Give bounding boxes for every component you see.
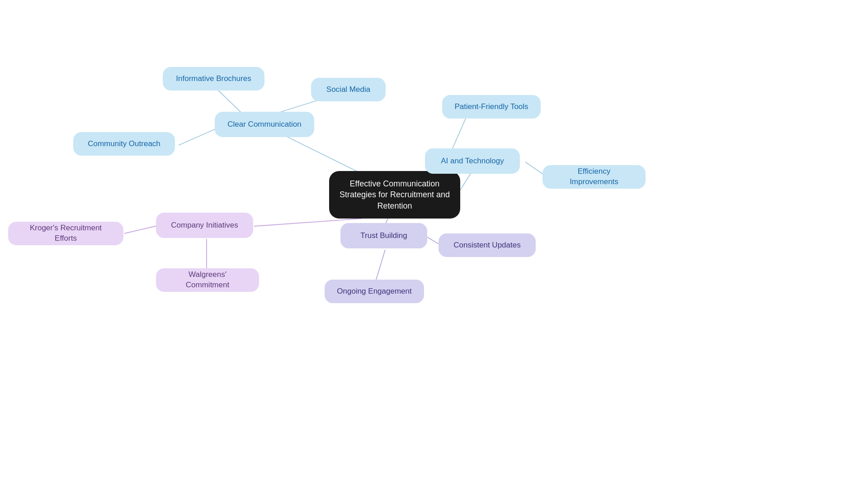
informative-brochures-node: Informative Brochures: [163, 67, 264, 90]
ai-technology-node: AI and Technology: [425, 148, 520, 174]
connections-svg: [0, 0, 868, 490]
consistent-updates-node: Consistent Updates: [439, 233, 536, 257]
clear-communication-node: Clear Communication: [215, 112, 314, 137]
community-outreach-node: Community Outreach: [73, 132, 175, 156]
center-node: Effective Communication Strategies for R…: [329, 171, 460, 219]
svg-line-12: [376, 250, 385, 280]
ongoing-engagement-node: Ongoing Engagement: [325, 280, 424, 303]
walgreens-commitment-node: Walgreens' Commitment: [156, 268, 259, 292]
krogers-recruitment-node: Kroger's Recruitment Efforts: [8, 222, 123, 245]
social-media-node: Social Media: [311, 78, 386, 101]
svg-line-3: [179, 127, 220, 145]
patient-friendly-tools-node: Patient-Friendly Tools: [442, 95, 541, 119]
svg-line-8: [124, 225, 159, 233]
efficiency-improvements-node: Efficiency Improvements: [542, 165, 646, 189]
svg-line-5: [452, 119, 466, 149]
trust-building-node: Trust Building: [340, 223, 427, 248]
company-initiatives-node: Company Initiatives: [156, 213, 253, 238]
